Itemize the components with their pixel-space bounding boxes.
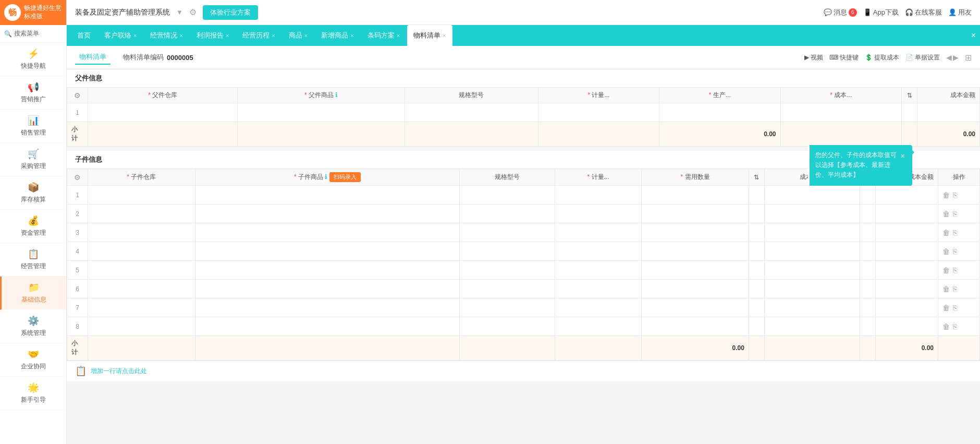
tab-close-history[interactable]: × bbox=[272, 32, 275, 39]
delete-icon[interactable]: 🗑 bbox=[942, 285, 950, 293]
child-spec-1[interactable] bbox=[459, 186, 555, 205]
tab-bom[interactable]: 物料清单 × bbox=[407, 25, 452, 46]
child-warehouse-1[interactable] bbox=[88, 186, 195, 205]
tab-barcode[interactable]: 条码方案 × bbox=[361, 25, 406, 46]
scan-btn[interactable]: 扫码录入 bbox=[329, 172, 361, 182]
online-service-action[interactable]: 🎧 在线客服 bbox=[905, 8, 942, 17]
trial-button[interactable]: 体验行业方案 bbox=[203, 5, 258, 20]
delete-icon[interactable]: 🗑 bbox=[942, 229, 950, 237]
dropdown-icon[interactable]: ▼ bbox=[176, 8, 183, 16]
child-quantity-2[interactable] bbox=[642, 205, 749, 223]
close-all-tabs[interactable]: × bbox=[971, 31, 976, 40]
gear-icon: ⚙ bbox=[74, 91, 81, 100]
child-amount-2 bbox=[876, 205, 938, 223]
parent-subtotal-label: 小计 bbox=[67, 122, 88, 147]
tab-history[interactable]: 经营历程 × bbox=[236, 25, 281, 46]
search-menu[interactable]: 🔍 搜索菜单 bbox=[0, 25, 66, 43]
tab-close-barcode[interactable]: × bbox=[397, 32, 400, 39]
child-col-settings[interactable]: ⚙ bbox=[67, 169, 88, 186]
sidebar-item-inventory[interactable]: 📦 库存核算 bbox=[0, 176, 66, 210]
child-unit-cost-2[interactable] bbox=[764, 205, 860, 223]
delete-icon[interactable]: 🗑 bbox=[942, 304, 950, 312]
cost-icon: 💲 bbox=[865, 54, 873, 61]
shortcut-action[interactable]: ⌨ 快捷键 bbox=[829, 53, 859, 62]
sub-header-actions: ▶ 视频 ⌨ 快捷键 💲 提取成本 📄 单据设置 ◀ ▶ ⊞ bbox=[804, 53, 972, 63]
table-row: 3 🗑 ⎘ bbox=[67, 223, 980, 242]
copy-icon[interactable]: ⎘ bbox=[953, 304, 957, 312]
grid-icon[interactable]: ⊞ bbox=[965, 53, 972, 63]
parent-spec-cell[interactable] bbox=[405, 103, 538, 122]
child-gear-icon: ⚙ bbox=[74, 173, 81, 182]
next-arrow[interactable]: ▶ bbox=[953, 53, 959, 62]
tab-customer[interactable]: 客户联络 × bbox=[98, 25, 143, 46]
sidebar-item-marketing[interactable]: 📢 营销推广 bbox=[0, 76, 66, 110]
tab-close-profit-report[interactable]: × bbox=[226, 32, 229, 39]
sidebar-item-quick-nav[interactable]: ⚡ 快捷导航 bbox=[0, 43, 66, 76]
operations-icon: 📋 bbox=[28, 248, 39, 260]
tab-close-bom[interactable]: × bbox=[443, 32, 446, 39]
add-row-label[interactable]: 增加一行请点击此处 bbox=[91, 367, 147, 376]
tooltip-close-btn[interactable]: × bbox=[901, 150, 905, 162]
child-unit-2[interactable] bbox=[555, 205, 641, 223]
sidebar-item-purchase[interactable]: 🛒 采购管理 bbox=[0, 143, 66, 176]
tab-close-goods[interactable]: × bbox=[304, 32, 308, 39]
basic-info-icon: 📁 bbox=[28, 282, 40, 293]
parent-goods-cell[interactable] bbox=[238, 103, 405, 122]
sub-tab-bom-list[interactable]: 物料清单 bbox=[75, 50, 111, 65]
tab-home[interactable]: 首页 bbox=[71, 25, 97, 46]
delete-icon[interactable]: 🗑 bbox=[942, 210, 950, 218]
parent-col-settings[interactable]: ⚙ bbox=[67, 88, 88, 103]
tab-close-customer[interactable]: × bbox=[133, 32, 137, 39]
tab-profit-report[interactable]: 利润报告 × bbox=[190, 25, 235, 46]
message-badge: 6 bbox=[849, 8, 857, 17]
app-download-action[interactable]: 📱 App下载 bbox=[863, 8, 899, 17]
prev-arrow[interactable]: ◀ bbox=[946, 53, 952, 62]
parent-production-cell[interactable] bbox=[659, 103, 780, 122]
parent-cost-cell[interactable] bbox=[780, 103, 901, 122]
copy-icon[interactable]: ⎘ bbox=[953, 322, 957, 331]
copy-icon[interactable]: ⎘ bbox=[953, 247, 957, 256]
parent-col-cost: * 成本... bbox=[780, 88, 901, 103]
child-warehouse-2[interactable] bbox=[88, 205, 195, 223]
child-unit-1[interactable] bbox=[555, 186, 641, 205]
child-amount-1 bbox=[876, 186, 938, 205]
sidebar-item-sales[interactable]: 📊 销售管理 bbox=[0, 110, 66, 143]
video-action[interactable]: ▶ 视频 bbox=[804, 53, 823, 62]
gear-settings-icon[interactable]: ⚙ bbox=[189, 7, 197, 17]
sidebar-item-enterprise[interactable]: 🤝 企业协同 bbox=[0, 343, 66, 377]
message-icon: 💬 bbox=[824, 8, 832, 16]
copy-icon[interactable]: ⎘ bbox=[953, 229, 957, 237]
table-row: 1 bbox=[67, 103, 980, 122]
user-action[interactable]: 👤 用友 bbox=[948, 8, 972, 17]
copy-icon[interactable]: ⎘ bbox=[953, 285, 957, 293]
top-header: 装备及固定资产辅助管理系统 ▼ ⚙ 体验行业方案 💬 消息 6 📱 App下载 … bbox=[67, 0, 980, 25]
copy-icon[interactable]: ⎘ bbox=[953, 266, 957, 274]
delete-icon[interactable]: 🗑 bbox=[942, 191, 950, 199]
settings-action[interactable]: 📄 单据设置 bbox=[905, 53, 940, 62]
sidebar-item-guide[interactable]: 🌟 新手引导 bbox=[0, 377, 66, 410]
child-goods-2[interactable] bbox=[195, 205, 459, 223]
delete-icon[interactable]: 🗑 bbox=[942, 247, 950, 256]
message-action[interactable]: 💬 消息 6 bbox=[824, 8, 857, 17]
child-unit-cost-1[interactable] bbox=[764, 186, 860, 205]
sidebar-item-system[interactable]: ⚙️ 系统管理 bbox=[0, 310, 66, 343]
child-spec-2[interactable] bbox=[459, 205, 555, 223]
parent-unit-cell[interactable] bbox=[538, 103, 659, 122]
child-quantity-1[interactable] bbox=[642, 186, 749, 205]
tab-operations-report[interactable]: 经营情况 × bbox=[144, 25, 189, 46]
sidebar-item-finance[interactable]: 💰 资金管理 bbox=[0, 210, 66, 243]
cost-action[interactable]: 💲 提取成本 bbox=[865, 53, 899, 62]
parent-warehouse-cell[interactable] bbox=[88, 103, 238, 122]
tab-close-new-goods[interactable]: × bbox=[350, 32, 353, 39]
copy-icon[interactable]: ⎘ bbox=[953, 191, 957, 199]
tab-goods[interactable]: 商品 × bbox=[283, 25, 314, 46]
delete-icon[interactable]: 🗑 bbox=[942, 266, 950, 274]
delete-icon[interactable]: 🗑 bbox=[942, 322, 950, 331]
sidebar-item-operations[interactable]: 📋 经营管理 bbox=[0, 243, 66, 277]
row-num: 1 bbox=[67, 103, 88, 122]
child-goods-1[interactable] bbox=[195, 186, 459, 205]
copy-icon[interactable]: ⎘ bbox=[953, 210, 957, 218]
tab-new-goods[interactable]: 新增商品 × bbox=[315, 25, 360, 46]
sidebar-item-basic-info[interactable]: 📁 基础信息 bbox=[0, 277, 66, 310]
tab-close-operations-report[interactable]: × bbox=[179, 32, 182, 39]
